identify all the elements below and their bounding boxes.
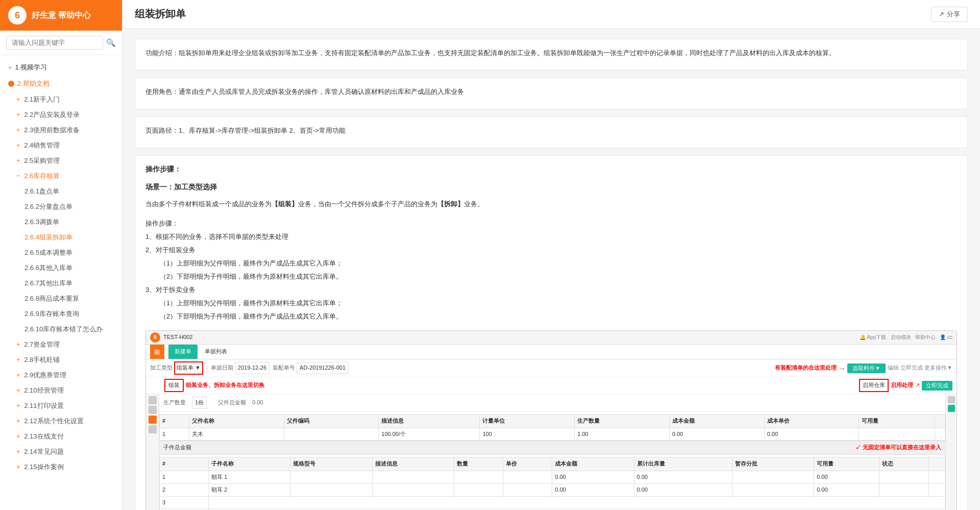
- sidebar-item-265[interactable]: 2.6.5成本调整单: [0, 245, 122, 260]
- step2-2: （2）下部明细为子件明细，最终作为原材料生成其它出库单。: [145, 270, 957, 283]
- app-left-icons: [146, 394, 159, 510]
- logo-icon: 6: [8, 6, 27, 25]
- app-child-table: # 子件名称 规格型号 描述信息 数量 单价 成本金额 累计出库量 暂存分批: [159, 457, 945, 510]
- app-icon-3: [149, 416, 157, 424]
- annotation1-text: 有装配清单的在这里处理: [775, 363, 837, 373]
- app-icon-4: [149, 425, 157, 433]
- main-content: 组装拆卸单 ↗ 分享 功能介绍：组装拆卸单用来处理企业组装或拆卸等加工业务，支持…: [122, 0, 980, 510]
- nav-section-video: + 1.视频学习: [0, 59, 122, 76]
- app-icon-2: [149, 406, 157, 414]
- table-row: 1 关木 100.00/个 100 1.00 0.00 0.00: [160, 428, 945, 441]
- app-choose-btn[interactable]: 立即完成: [922, 381, 952, 391]
- app-parent-table: # 父件名称 父件编码 描述信息 计量单位 生产数量 成本金额 成本单价 可用量: [159, 414, 945, 441]
- scene1-title: 场景一：加工类型选择: [145, 181, 957, 193]
- table-row: 2 朝耳 2 0.00 0.00 0.00: [160, 483, 945, 496]
- sidebar-item-2610[interactable]: 2.6.10库存账本错了怎么办: [0, 322, 122, 337]
- steps-block: 操作步骤： 场景一：加工类型选择 当由多个子件材料组装成一个成品的业务为【组装】…: [135, 155, 968, 510]
- scene1-block: 场景一：加工类型选择 当由多个子件材料组装成一个成品的业务为【组装】业务，当由一…: [145, 181, 957, 211]
- search-icon[interactable]: 🔍: [106, 38, 116, 47]
- topbar: 组装拆卸单 ↗ 分享: [122, 0, 980, 29]
- search-input[interactable]: [6, 36, 103, 50]
- intro-block: 功能介绍：组装拆卸单用来处理企业组装或拆卸等加工业务，支持有固定装配清单的产品加…: [135, 39, 968, 70]
- app-tab-list[interactable]: 单据列表: [199, 345, 233, 359]
- sidebar-item-27[interactable]: + 2.7资金管理: [0, 337, 122, 352]
- sidebar-item-video[interactable]: + 1.视频学习: [0, 59, 122, 76]
- sidebar-item-21[interactable]: + 2.1新手入门: [0, 92, 122, 107]
- sidebar-header: 6 好生意 帮助中心: [0, 0, 122, 31]
- sidebar-item-266[interactable]: 2.6.6其他入库单: [0, 260, 122, 276]
- sidebar-item-23[interactable]: + 2.3使用前数据准备: [0, 123, 122, 138]
- sidebar-item-28[interactable]: + 2.8手机旺铺: [0, 352, 122, 368]
- app-tab-new[interactable]: 新建单: [168, 345, 198, 359]
- sidebar-item-25[interactable]: + 2.5采购管理: [0, 153, 122, 168]
- step3-2: （2）下部明细为子件明细，最终作为产成品生成其它入库单。: [145, 310, 957, 323]
- step2-1: （1）上部明细为父件明细，最终作为产成品生成其它入库单；: [145, 257, 957, 270]
- app-home-icon: ⊞: [150, 345, 164, 359]
- app-screenshot: 6 TEST-H002 🔔 App下载 启动模块 帮助中心 👤 cc ⊞ 新建单…: [145, 330, 957, 510]
- sidebar-item-help[interactable]: 2.帮助文档: [0, 76, 122, 92]
- search-bar: 🔍: [0, 31, 122, 55]
- sidebar-item-26[interactable]: − 2.6库存核算: [0, 168, 122, 184]
- sidebar-item-262[interactable]: 2.6.2分量盘点单: [0, 199, 122, 214]
- app-icon-1: [149, 396, 157, 404]
- sidebar-item-210[interactable]: + 2.10经营管理: [0, 383, 122, 398]
- app-select-btn[interactable]: 选取料件▼: [847, 363, 886, 373]
- path-text: 页面路径：1、库存核算->库存管理->组装拆卸单 2、首页->常用功能: [145, 124, 957, 137]
- table-row: 1 朝耳 1 0.00 0.00 0.00: [160, 471, 945, 483]
- annotation4-text: ↙ 无固定清单可以直接在这里录入: [855, 443, 941, 453]
- page-title: 组装拆卸单: [135, 7, 186, 21]
- app-warehouse-field[interactable]: 启用仓库: [859, 379, 889, 392]
- app-right-icon-1[interactable]: [948, 396, 955, 403]
- share-icon: ↗: [939, 10, 944, 18]
- sidebar-item-214[interactable]: + 2.14常见问题: [0, 444, 122, 459]
- steps-label: 操作步骤：: [145, 217, 957, 230]
- app-right-icons: [945, 394, 957, 510]
- expand-icon: +: [8, 64, 12, 71]
- sidebar-item-267[interactable]: 2.6.7其他出库单: [0, 276, 122, 291]
- content-area: 功能介绍：组装拆卸单用来处理企业组装或拆卸等加工业务，支持有固定装配清单的产品加…: [122, 29, 980, 510]
- app-type-selector: 加工类型 组装单 ▼: [150, 361, 203, 375]
- sidebar-item-22[interactable]: + 2.2产品安装及登录: [0, 107, 122, 123]
- annotation2-text: 组装业务、拆卸业务在这里切换: [186, 380, 264, 391]
- app-divider: 子件总金额 ↙ 无固定清单可以直接在这里录入: [159, 441, 945, 455]
- sidebar-item-24[interactable]: + 2.4销售管理: [0, 138, 122, 153]
- logo-text: 好生意 帮助中心: [32, 10, 91, 21]
- sidebar-item-213[interactable]: + 2.13在线支付: [0, 429, 122, 444]
- sidebar-item-212[interactable]: + 2.12系统个性化设置: [0, 414, 122, 429]
- sidebar-item-215[interactable]: + 2.15操作案例: [0, 459, 122, 475]
- app-assembly-field: 装配单号 AD-20191226-001: [273, 362, 349, 374]
- sidebar: 6 好生意 帮助中心 🔍 + 1.视频学习 2.帮助文档 + 2.1新手入门: [0, 0, 122, 510]
- share-button[interactable]: ↗ 分享: [931, 7, 968, 22]
- scene1-desc: 当由多个子件材料组装成一个成品的业务为【组装】业务，当由一个父件拆分成多个子产品…: [145, 198, 957, 211]
- sidebar-item-263[interactable]: 2.6.3调拨单: [0, 214, 122, 230]
- app-date-field: 单据日期 2019-12-26: [211, 362, 270, 374]
- step2: 2、对于组装业务: [145, 244, 957, 257]
- sidebar-item-264[interactable]: 2.6.4组装拆卸单: [0, 230, 122, 245]
- annotation1-arrow: →: [839, 362, 845, 374]
- nav-section-help: 2.帮助文档 + 2.1新手入门 + 2.2产品安装及登录 + 2.3使用前数据…: [0, 76, 122, 475]
- sidebar-item-261[interactable]: 2.6.1盘点单: [0, 184, 122, 199]
- app-main-area: 生产数量 1份 父件总金额 0.00 # 父件名称 父件编码: [146, 394, 957, 510]
- sidebar-item-29[interactable]: + 2.9优惠券管理: [0, 368, 122, 383]
- role-text: 使用角色：通常由生产人员或库管人员完成拆装业务的操作，库管人员确认原材料的出库和…: [145, 85, 957, 99]
- sidebar-item-269[interactable]: 2.6.9库存账本查询: [0, 306, 122, 322]
- app-type-dropdown[interactable]: 组装单 ▼: [174, 361, 203, 375]
- app-form-area: 生产数量 1份 父件总金额 0.00: [159, 394, 945, 412]
- step3-1: （1）上部明细为父件明细，最终作为原材料生成其它出库单；: [145, 297, 957, 310]
- annotation3-text: 启用处理: [891, 380, 913, 391]
- sidebar-item-268[interactable]: 2.6.8商品成本重算: [0, 291, 122, 306]
- app-process-type[interactable]: 组装: [164, 379, 184, 392]
- app-logo: 6: [150, 332, 160, 343]
- app-right-icon-2[interactable]: [948, 405, 955, 412]
- app-test-id: TEST-H002: [163, 332, 192, 343]
- path-block: 页面路径：1、库存核算->库存管理->组装拆卸单 2、首页->常用功能: [135, 116, 968, 148]
- nav-tree: + 1.视频学习 2.帮助文档 + 2.1新手入门 + 2.2产品安装及登录 +…: [0, 55, 122, 510]
- role-block: 使用角色：通常由生产人员或库管人员完成拆装业务的操作，库管人员确认原材料的出库和…: [135, 78, 968, 109]
- app-content: 生产数量 1份 父件总金额 0.00 # 父件名称 父件编码: [159, 394, 945, 510]
- intro-text: 功能介绍：组装拆卸单用来处理企业组装或拆卸等加工业务，支持有固定装配清单的产品加…: [145, 46, 957, 60]
- step1: 1、根据不同的业务，选择不同单据的类型来处理: [145, 230, 957, 244]
- sidebar-item-211[interactable]: + 2.11打印设置: [0, 398, 122, 414]
- step3: 3、对于拆卖业务: [145, 283, 957, 297]
- steps-title: 操作步骤：: [145, 163, 957, 176]
- table-row: 3: [160, 496, 945, 509]
